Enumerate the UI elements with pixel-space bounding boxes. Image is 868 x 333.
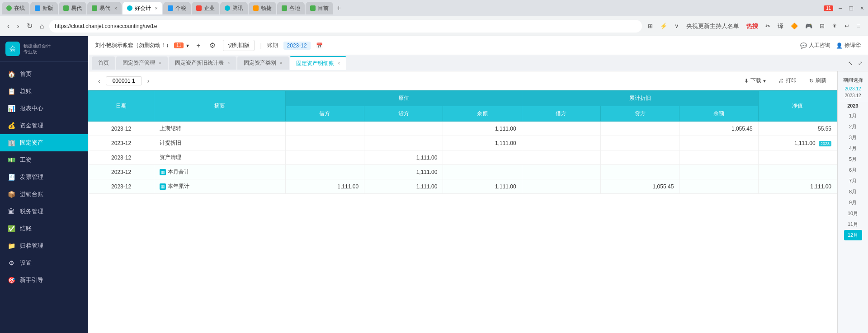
sidebar-item-tax[interactable]: 🏛 税务管理: [0, 203, 88, 220]
month-9[interactable]: 9月: [844, 197, 862, 208]
tab-close-haokuaiji[interactable]: ×: [155, 6, 158, 11]
sidebar-item-settings[interactable]: ⚙ 设置: [0, 254, 88, 272]
grid-icon[interactable]: ⊞: [817, 21, 827, 31]
row3-summary: 资产清理: [154, 150, 286, 165]
sidebar-item-funds[interactable]: 💰 资金管理: [0, 117, 88, 134]
sidebar-item-stock[interactable]: 📦 进销台账: [0, 186, 88, 203]
page-tabs: 首页 固定资产管理 × 固定资产折旧统计表 × 固定资产类别 × 固定资产明细账…: [88, 55, 868, 71]
tab-gedi[interactable]: 各地: [277, 2, 305, 14]
tab-online[interactable]: 在线: [2, 2, 29, 14]
sidebar-item-label-archive: 归档管理: [20, 242, 43, 250]
dropdown-icon[interactable]: ∨: [672, 21, 681, 31]
service-button[interactable]: 💬 人工咨询: [800, 42, 830, 49]
hot-search-icon[interactable]: 热搜: [744, 21, 760, 32]
tab-close-yidai2[interactable]: ×: [114, 6, 117, 11]
download-button[interactable]: ⬇ 下载 ▾: [741, 75, 769, 86]
tab-close-fa-depreciation[interactable]: ×: [227, 61, 230, 66]
row3-dep-credit: [601, 150, 679, 165]
shrink-button[interactable]: ⤡: [846, 58, 854, 68]
tab-close-fa-category[interactable]: ×: [280, 61, 283, 66]
content-area: ‹ 000001 1 › ⬇ 下载 ▾ 🖨: [88, 71, 868, 333]
month-5[interactable]: 5月: [844, 154, 862, 164]
period-date-2[interactable]: 2023.12: [844, 92, 862, 99]
sidebar-item-label-funds: 资金管理: [20, 122, 43, 130]
company-settings-button[interactable]: ⚙: [208, 39, 217, 52]
menu-icon[interactable]: ≡: [854, 21, 863, 31]
tab-favicon-new: [35, 5, 40, 11]
home-button[interactable]: ⌂: [38, 20, 46, 32]
row2-net-value: 1,111.00 2023: [758, 136, 837, 150]
user-info[interactable]: 👤 徐译华: [836, 42, 861, 49]
tab-yidai2[interactable]: 易代 ×: [87, 2, 122, 14]
forward-button[interactable]: ›: [15, 20, 21, 32]
tab-favicon-yidai2: [92, 5, 97, 11]
add-company-button[interactable]: +: [194, 40, 202, 52]
lightning-icon[interactable]: ⚡: [658, 21, 670, 31]
month-1[interactable]: 1月: [844, 111, 862, 121]
sidebar-item-home[interactable]: 🏠 首页: [0, 66, 88, 83]
tab-fa-category[interactable]: 固定资产类别 ×: [237, 56, 289, 70]
tab-haokuaiji[interactable]: 好会计 ×: [123, 2, 162, 14]
address-input[interactable]: [49, 20, 642, 33]
sidebar-item-general-ledger[interactable]: 📋 总账: [0, 83, 88, 100]
month-7[interactable]: 7月: [844, 176, 862, 186]
tab-close-fa-management[interactable]: ×: [159, 61, 161, 66]
back-button[interactable]: ‹: [5, 20, 11, 32]
month-8[interactable]: 8月: [844, 187, 862, 197]
tab-fa-management[interactable]: 固定资产管理 ×: [116, 56, 168, 70]
app-container: 会 畅捷通好会计 专业版 🏠 首页 📋 总账 📊 报表中心 💰 资金管理: [0, 36, 868, 333]
tab-homepage[interactable]: 首页: [92, 56, 115, 70]
sidebar-item-fixed-assets[interactable]: 🏢 固定资产: [0, 134, 88, 151]
refresh-button[interactable]: ↻ 刷新: [806, 75, 830, 86]
extension1-icon[interactable]: 🔶: [788, 21, 800, 31]
sidebar-item-archive[interactable]: 📁 归档管理: [0, 237, 88, 254]
period-value[interactable]: 2023-12: [283, 42, 311, 50]
screen-cast-icon[interactable]: ⊞: [646, 21, 655, 31]
month-11[interactable]: 11月: [844, 219, 862, 230]
sidebar-item-label-home: 首页: [20, 70, 32, 78]
sidebar-item-invoice[interactable]: 🧾 发票管理: [0, 169, 88, 186]
month-4[interactable]: 4月: [844, 143, 862, 154]
minimize-button[interactable]: −: [836, 4, 844, 13]
tab-new[interactable]: 新版: [30, 2, 58, 14]
tab-yidai1[interactable]: 易代: [59, 2, 86, 14]
search-hint[interactable]: 央视更新主持人名单: [684, 21, 741, 32]
translate-icon[interactable]: 译: [775, 21, 786, 32]
tab-favicon-geshui: [168, 5, 173, 11]
print-button[interactable]: 🖨 打印: [775, 75, 800, 86]
reload-button[interactable]: ↻: [25, 20, 34, 32]
expand-button[interactable]: ⤢: [856, 58, 864, 68]
tab-geshui[interactable]: 个税: [163, 2, 191, 14]
month-3[interactable]: 3月: [844, 132, 862, 143]
tab-qiye[interactable]: 企业: [192, 2, 219, 14]
tab-fa-depreciation[interactable]: 固定资产折旧统计表 ×: [169, 56, 236, 70]
month-6[interactable]: 6月: [844, 165, 862, 175]
tab-close-fa-ledger[interactable]: ×: [338, 61, 340, 66]
download-label: 下载: [750, 77, 761, 84]
month-10[interactable]: 10月: [844, 208, 862, 219]
tab-fa-ledger[interactable]: 固定资产明细账 ×: [290, 56, 347, 70]
scissors-icon[interactable]: ✂: [763, 21, 773, 31]
period-date-1[interactable]: 2023.12: [844, 85, 862, 92]
gamepad-icon[interactable]: 🎮: [803, 21, 815, 31]
next-page-button[interactable]: ›: [145, 76, 152, 85]
undo-icon[interactable]: ↩: [842, 21, 852, 31]
maximize-button[interactable]: □: [847, 4, 855, 13]
prev-page-button[interactable]: ‹: [95, 76, 103, 85]
tab-mubiao[interactable]: 目前: [306, 2, 333, 14]
month-2[interactable]: 2月: [844, 122, 862, 132]
theme-icon[interactable]: ☀: [830, 21, 840, 31]
sidebar-item-reports[interactable]: 📊 报表中心: [0, 100, 88, 117]
tab-changjie[interactable]: 畅捷: [249, 2, 276, 14]
new-tab-button[interactable]: +: [334, 4, 344, 12]
switch-version-button[interactable]: 切到旧版: [223, 40, 255, 51]
sidebar-item-closing[interactable]: ✅ 结账: [0, 220, 88, 237]
close-button[interactable]: ×: [858, 4, 866, 13]
sidebar-item-payroll[interactable]: 💵 工资: [0, 151, 88, 169]
month-12[interactable]: 12月: [844, 230, 862, 240]
sidebar-item-guide[interactable]: 🎯 新手引导: [0, 272, 88, 289]
tab-tencent[interactable]: 腾讯: [220, 2, 248, 14]
company-selector[interactable]: 刘小艳演示账套（勿删勿动！） 11 ▾: [95, 42, 189, 49]
sidebar-menu: 🏠 首页 📋 总账 📊 报表中心 💰 资金管理 🏢 固定资产 💵 工资: [0, 62, 88, 333]
calendar-icon[interactable]: 📅: [316, 42, 323, 49]
